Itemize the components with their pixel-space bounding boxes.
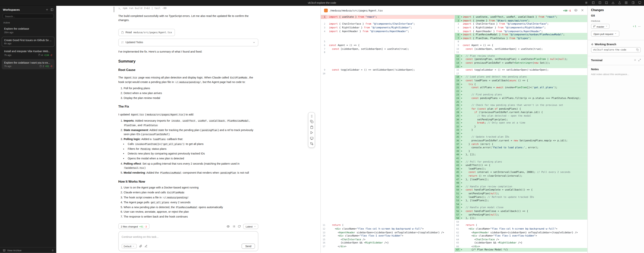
mode-dropdown[interactable]: Default: [122, 244, 137, 248]
diff-marker: +: [460, 214, 463, 216]
monitor-icon[interactable]: [308, 136, 315, 141]
diff-line: 39+ }: [454, 149, 587, 153]
new-workspace-icon[interactable]: [46, 8, 48, 11]
code-text: import { ChatInterface } from "@/compone…: [329, 23, 454, 25]
diff-line: 34+: [454, 132, 587, 135]
list-item: Imports: Added necessary imports for inv…: [124, 119, 258, 128]
diff-marker: +: [460, 114, 463, 117]
log-view-icon[interactable]: [232, 225, 235, 228]
line-number: [321, 93, 326, 96]
line-number: [321, 184, 326, 188]
diff-line: 30+ setPendingPlan(plan);: [454, 118, 587, 121]
workspace-item[interactable]: Install and integrate Vibe Kanban Web...…: [2, 48, 55, 58]
git-compare-icon[interactable]: [308, 141, 315, 146]
diff-line: 29+ // New plan detected — open the moda…: [454, 114, 587, 118]
download-icon[interactable]: [612, 1, 614, 4]
diff-line: [321, 248, 454, 252]
play-icon[interactable]: [308, 130, 315, 136]
working-branch-field[interactable]: [591, 47, 641, 52]
line-number: [321, 213, 326, 216]
open-pull-request-button[interactable]: Open pull request: [591, 31, 619, 36]
drag-handle-icon[interactable]: [308, 113, 315, 119]
diff-old-column: 1-import { useState } from "react";2impo…: [321, 15, 454, 253]
refresh-icon[interactable]: [238, 225, 241, 228]
line-number: 61: [454, 227, 460, 230]
diff-line: [321, 110, 454, 114]
line-number: 13: [321, 230, 326, 234]
attach-file-icon[interactable]: [139, 245, 142, 248]
file-icon: [39, 65, 42, 67]
share-icon[interactable]: [618, 1, 621, 4]
code-text: const Agent = () => {: [329, 44, 454, 46]
view-archive-label: View Archive: [7, 249, 22, 252]
monitor-icon[interactable]: [638, 1, 641, 4]
diff-marker: +: [460, 139, 463, 142]
visibility-icon[interactable]: [227, 225, 230, 228]
view-archive-button[interactable]: View Archive 0: [0, 247, 56, 253]
main-layout: Workspaces Active Explore the codebase35…: [0, 6, 644, 253]
diff-line: 62 <AgentHeader sidebarOpen={sidebarOpen…: [454, 230, 587, 234]
workspace-item[interactable]: Explore the codebase I want you to ex...…: [2, 59, 55, 70]
edit-icon[interactable]: [144, 245, 147, 248]
close-icon[interactable]: [581, 9, 584, 12]
send-button[interactable]: Send: [242, 244, 255, 249]
toggle-visibility-icon[interactable]: [574, 9, 578, 12]
more-options-icon[interactable]: [638, 25, 640, 28]
new-terminal-icon[interactable]: [634, 58, 636, 61]
notes-placeholder[interactable]: Add notes about this workspace...: [591, 72, 641, 75]
collapse-sidebar-icon[interactable]: [50, 8, 53, 11]
files-changed-button[interactable]: 2 files changed +61 -3: [118, 224, 149, 229]
columns-icon[interactable]: [598, 1, 602, 4]
git-section-label: Git: [591, 14, 641, 17]
workspace-item[interactable]: Explore the codebase35m ago: [2, 25, 55, 36]
conversation-panel: npm run build 2>&1 | tail -80 The build …: [56, 6, 320, 253]
line-number: [321, 19, 326, 22]
clipboard-icon: [310, 126, 313, 129]
grid-icon[interactable]: [625, 1, 628, 4]
diff-line: 49+ // Handle plan review completion: [454, 184, 587, 188]
list-item: Opens the modal when a new plan is detec…: [128, 156, 258, 161]
copy-icon[interactable]: [636, 48, 638, 51]
search-input[interactable]: [2, 14, 54, 18]
working-branch-label: Working Branch: [595, 43, 616, 46]
deletions-count: -3: [144, 225, 147, 228]
diff-line: 54+: [454, 202, 587, 206]
divider: [588, 40, 644, 40]
line-number: 16: [321, 241, 326, 244]
workspace-meta: 7h ago2+61-3: [4, 65, 52, 68]
list-item: Display the plan review modal: [124, 96, 258, 100]
line-number: 31: [454, 121, 460, 124]
line-number: 17: [454, 72, 460, 75]
updated-todos-toggle[interactable]: Updated Todos: [118, 39, 258, 46]
scrollbar-thumb[interactable]: [114, 6, 115, 12]
expand-terminal-icon[interactable]: [638, 58, 640, 61]
workspace-item[interactable]: Create Good First Issues on Github So ..…: [2, 36, 55, 47]
conversation-scroll[interactable]: npm run build 2>&1 | tail -80 The build …: [56, 6, 320, 222]
clipboard-icon[interactable]: [308, 124, 315, 130]
diff-line: 59: [454, 220, 587, 223]
line-number: 67: [454, 248, 460, 252]
diff-line: 44+ loadPlans();: [454, 167, 587, 170]
diff-line: [321, 174, 454, 178]
message-input[interactable]: [122, 235, 255, 240]
list-item: Polling effect: Set up a polling interva…: [124, 162, 258, 170]
line-number: 30: [454, 118, 460, 121]
line-number: 1: [321, 15, 326, 19]
working-branch-input[interactable]: [593, 48, 636, 51]
diff-marker: +: [460, 76, 463, 78]
panel-right-icon[interactable]: [632, 1, 634, 4]
code-text: console.error('Failed to load plans:', e…: [463, 146, 587, 149]
diff-marker: +: [460, 171, 463, 174]
code-text: import { PlanReviewModal } from "@/compo…: [463, 34, 587, 36]
copy-icon[interactable]: [308, 119, 315, 124]
line-number: [321, 118, 326, 121]
arrow-up-icon: [632, 25, 634, 28]
version-dropdown[interactable]: Latest: [243, 224, 258, 229]
diff-line: 66 </div>: [454, 244, 587, 248]
diff-line: 2+import { invoke } from "@tauri-apps/ap…: [454, 19, 587, 22]
panel-bottom-icon[interactable]: [605, 1, 608, 4]
read-file-chip[interactable]: Read medusa/src/pages/Agent.tsx: [118, 28, 175, 36]
pause-icon[interactable]: [585, 1, 588, 4]
branch-selector[interactable]: master: [591, 24, 610, 29]
panel-left-icon[interactable]: [592, 1, 594, 4]
